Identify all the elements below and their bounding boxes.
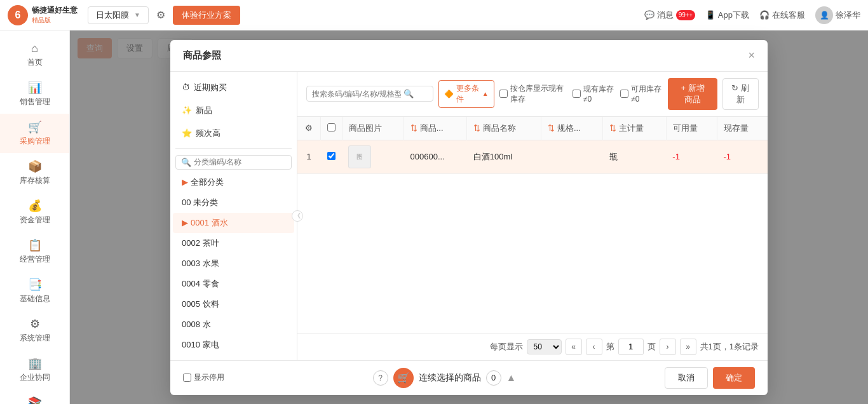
th-code-sort-icon: ⇅ bbox=[410, 123, 417, 133]
product-search-bar[interactable]: 🔍 bbox=[306, 86, 433, 102]
modal-overlay[interactable]: 商品参照 × ⏱ 近期购买 ✨ 新 bbox=[70, 30, 868, 404]
category-item-all[interactable]: ▶ 全部分类 bbox=[173, 172, 294, 192]
th-name[interactable]: ⇅ 商品名称 bbox=[467, 117, 541, 140]
main-layout: ⌂ 首页 📊 销售管理 🛒 采购管理 📦 库存核算 💰 资金管理 📋 经营管理 … bbox=[0, 30, 868, 404]
product-search-input[interactable] bbox=[312, 90, 401, 98]
sidebar-item-basic-info[interactable]: 📑 基础信息 bbox=[0, 271, 69, 311]
sidebar-item-sales[interactable]: 📊 销售管理 bbox=[0, 74, 69, 114]
sidebar-item-enterprise[interactable]: 🏢 企业协同 bbox=[0, 350, 69, 389]
th-code[interactable]: ⇅ 商品... bbox=[404, 117, 467, 140]
row-checkbox[interactable] bbox=[327, 152, 336, 160]
category-item-5[interactable]: 0005 饮料 bbox=[173, 294, 294, 314]
sidebar-label-purchase: 采购管理 bbox=[20, 136, 50, 147]
modal-title: 商品参照 bbox=[183, 50, 221, 62]
page-first-button[interactable]: « bbox=[566, 339, 582, 355]
page-label: 第 bbox=[606, 341, 614, 353]
modal-footer: 显示停用 ? 🛒 连续选择的商品 0 ▲ 取消 确定 bbox=[170, 360, 768, 395]
td-available: -1 bbox=[666, 140, 717, 173]
category-label-3: 0003 水果 bbox=[182, 258, 219, 269]
confirm-button[interactable]: 确定 bbox=[713, 367, 755, 389]
add-product-button[interactable]: + 新增商品 bbox=[668, 78, 717, 110]
td-checkbox[interactable] bbox=[320, 140, 342, 173]
sidebar-item-inventory[interactable]: 📦 库存核算 bbox=[0, 153, 69, 192]
table-row[interactable]: 1 图 000600... 白酒100ml 瓶 -1 -1 bbox=[297, 140, 768, 173]
sidebar-item-guide[interactable]: 📚 新手引导 bbox=[0, 389, 69, 404]
purchase-icon: 🛒 bbox=[28, 120, 42, 134]
category-item-7[interactable]: 0010 家电 bbox=[173, 335, 294, 355]
th-settings[interactable]: ⚙ bbox=[297, 117, 320, 140]
category-item-2[interactable]: 0002 茶叶 bbox=[173, 233, 294, 253]
category-item-1[interactable]: ▶ 0001 酒水 bbox=[173, 213, 294, 233]
sidebar-item-operations[interactable]: 📋 经营管理 bbox=[0, 232, 69, 271]
product-reference-modal: 商品参照 × ⏱ 近期购买 ✨ 新 bbox=[170, 40, 768, 395]
warehouse-display-checkbox[interactable]: 按仓库显示现有库存 bbox=[499, 83, 567, 105]
sidebar-label-enterprise: 企业协同 bbox=[20, 372, 50, 383]
nav-app-download[interactable]: 📱 App下载 bbox=[705, 10, 749, 21]
sidebar-label-finance: 资金管理 bbox=[20, 215, 50, 226]
finance-icon: 💰 bbox=[28, 199, 42, 213]
sidebar-item-home[interactable]: ⌂ 首页 bbox=[0, 36, 69, 74]
nav-right: 💬 消息 99++ 📱 App下载 🎧 在线客服 👤 徐泽华 bbox=[644, 6, 860, 24]
category-item-3[interactable]: 0003 水果 bbox=[173, 253, 294, 274]
category-label-7: 0010 家电 bbox=[182, 339, 219, 351]
th-checkbox[interactable] bbox=[320, 117, 342, 140]
available-stock-input[interactable] bbox=[620, 90, 628, 98]
show-disabled-checkbox[interactable]: 显示停用 bbox=[183, 372, 224, 383]
experience-button[interactable]: 体验行业方案 bbox=[173, 6, 240, 25]
page-next-button[interactable]: › bbox=[660, 339, 676, 355]
sidebar-item-purchase[interactable]: 🛒 采购管理 bbox=[0, 114, 69, 153]
pagination: 每页显示 50 20 100 « ‹ 第 页 › bbox=[297, 333, 768, 360]
sidebar-item-finance[interactable]: 💰 资金管理 bbox=[0, 192, 69, 232]
avatar: 👤 bbox=[815, 6, 833, 24]
existing-stock-input[interactable] bbox=[573, 90, 581, 98]
existing-stock-checkbox[interactable]: 现有库存≠0 bbox=[573, 84, 615, 104]
category-item-0[interactable]: 00 未分类 bbox=[173, 192, 294, 213]
th-spec[interactable]: ⇅ 规格... bbox=[541, 117, 603, 140]
right-toolbar: 🔍 🔶 更多条件 ▲ 按仓库显示现有库存 bbox=[297, 72, 768, 117]
footer-center: ? 🛒 连续选择的商品 0 ▲ bbox=[373, 368, 517, 388]
category-label-6: 0008 水 bbox=[182, 319, 211, 330]
left-nav-new[interactable]: ✨ 新品 bbox=[175, 100, 292, 121]
td-spec bbox=[541, 140, 603, 173]
category-item-4[interactable]: 0004 零食 bbox=[173, 274, 294, 294]
left-nav-frequent[interactable]: ⭐ 频次高 bbox=[175, 123, 292, 144]
category-item-6[interactable]: 0008 水 bbox=[173, 314, 294, 335]
nav-online-service[interactable]: 🎧 在线客服 bbox=[759, 10, 805, 21]
footer-collapse-icon[interactable]: ▲ bbox=[506, 372, 517, 384]
cart-icon[interactable]: 🛒 bbox=[393, 368, 414, 388]
nav-user-profile[interactable]: 👤 徐泽华 bbox=[815, 6, 860, 24]
left-panel-collapse-button[interactable]: 《 bbox=[292, 210, 303, 222]
sidebar-label-operations: 经营管理 bbox=[20, 254, 50, 265]
show-disabled-input[interactable] bbox=[183, 374, 191, 382]
toolbar-right: + 新增商品 ↻ 刷新 bbox=[668, 78, 759, 110]
more-filter-button[interactable]: 🔶 更多条件 ▲ bbox=[438, 80, 494, 108]
page-number-input[interactable] bbox=[618, 339, 644, 355]
footer-right: 取消 确定 bbox=[665, 367, 755, 389]
left-panel-divider bbox=[175, 148, 292, 149]
product-table-body: 1 图 000600... 白酒100ml 瓶 -1 -1 bbox=[297, 140, 768, 173]
th-unit-sort-icon: ⇅ bbox=[609, 123, 616, 133]
filter-icon: 🔶 bbox=[444, 90, 454, 98]
settings-icon[interactable]: ⚙ bbox=[156, 9, 165, 21]
refresh-button[interactable]: ↻ 刷新 bbox=[722, 78, 759, 110]
cancel-button[interactable]: 取消 bbox=[665, 367, 708, 389]
page-last-button[interactable]: » bbox=[680, 339, 696, 355]
available-stock-label: 可用库存≠0 bbox=[631, 84, 663, 104]
guide-icon: 📚 bbox=[28, 396, 42, 404]
modal-close-button[interactable]: × bbox=[748, 49, 755, 62]
warehouse-checkbox-input[interactable] bbox=[499, 90, 508, 98]
category-search-bar[interactable]: 🔍 bbox=[175, 155, 292, 170]
help-button[interactable]: ? bbox=[373, 370, 388, 386]
per-page-select[interactable]: 50 20 100 bbox=[527, 339, 562, 354]
category-search-input[interactable] bbox=[194, 158, 286, 166]
left-nav-recent[interactable]: ⏱ 近期购买 bbox=[175, 77, 292, 98]
th-unit[interactable]: ⇅ 主计量 bbox=[603, 117, 667, 140]
select-all-checkbox[interactable] bbox=[327, 123, 336, 131]
username-label: 徐泽华 bbox=[836, 10, 860, 21]
nav-dropdown-store[interactable]: 日太阳膜 ▼ bbox=[88, 6, 149, 24]
available-stock-checkbox[interactable]: 可用库存≠0 bbox=[620, 84, 663, 104]
page-prev-button[interactable]: ‹ bbox=[586, 339, 602, 355]
sidebar-item-system[interactable]: ⚙ 系统管理 bbox=[0, 311, 69, 350]
search-icon[interactable]: 🔍 bbox=[403, 89, 414, 98]
nav-message[interactable]: 💬 消息 99++ bbox=[644, 10, 695, 21]
